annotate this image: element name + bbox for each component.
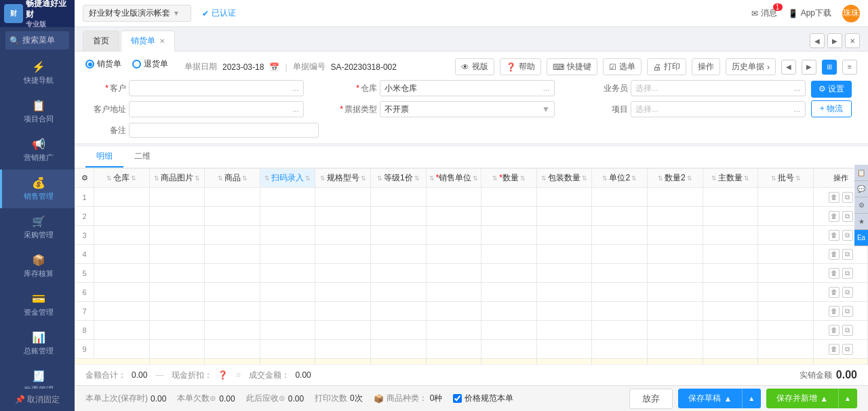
row-delete-button[interactable]: 🗑: [829, 325, 840, 336]
save-new-button[interactable]: 保存并新增 ▲: [766, 389, 838, 408]
table-cell[interactable]: [94, 226, 150, 245]
table-cell[interactable]: [703, 264, 758, 283]
table-cell[interactable]: [371, 302, 427, 321]
customer-input[interactable]: ...: [129, 80, 304, 96]
float-btn-4[interactable]: ★: [854, 214, 868, 230]
table-cell[interactable]: [592, 264, 648, 283]
tab-mingxi[interactable]: 明细: [85, 146, 123, 168]
table-cell[interactable]: [481, 245, 537, 264]
table-cell[interactable]: [536, 302, 592, 321]
view-button[interactable]: 👁视版: [455, 58, 494, 75]
table-cell[interactable]: [592, 207, 648, 226]
table-cell[interactable]: [648, 340, 703, 359]
row-copy-button[interactable]: ⧉: [842, 230, 853, 241]
th-setting[interactable]: ⚙: [75, 169, 94, 188]
salesman-input[interactable]: 选择... ...: [631, 80, 806, 96]
select-button[interactable]: ☑选单: [603, 58, 642, 75]
table-cell[interactable]: [260, 245, 315, 264]
sidebar-unpin-button[interactable]: 📌 取消固定: [0, 389, 75, 411]
sidebar-item-caigou[interactable]: 🛒 采购管理: [0, 208, 75, 247]
table-cell[interactable]: [758, 264, 814, 283]
table-cell[interactable]: [149, 340, 205, 359]
table-cell[interactable]: [371, 226, 427, 245]
row-delete-button[interactable]: 🗑: [829, 211, 840, 222]
table-cell[interactable]: [315, 283, 371, 302]
table-cell[interactable]: [149, 226, 205, 245]
table-cell[interactable]: [94, 321, 150, 340]
tab-close-all-button[interactable]: ✕: [845, 33, 860, 48]
float-btn-1[interactable]: 📋: [854, 165, 868, 181]
table-cell[interactable]: [205, 207, 260, 226]
sort-img-icon[interactable]: ⇅: [154, 175, 159, 182]
table-cell[interactable]: [426, 302, 481, 321]
search-button[interactable]: 🔍 搜索菜单: [5, 31, 69, 50]
tab-close-icon[interactable]: ✕: [159, 37, 165, 45]
note-input[interactable]: [129, 123, 319, 138]
table-cell[interactable]: [260, 226, 315, 245]
tab-sales-order[interactable]: 销货单 ✕: [121, 31, 175, 52]
table-cell[interactable]: [536, 283, 592, 302]
row-delete-button[interactable]: 🗑: [829, 287, 840, 298]
print-button[interactable]: 🖨打印: [647, 58, 686, 75]
table-cell[interactable]: [315, 245, 371, 264]
table-cell[interactable]: [94, 302, 150, 321]
table-cell[interactable]: [758, 321, 814, 340]
ops-button[interactable]: 操作: [692, 58, 720, 75]
sidebar-item-xiaoshou[interactable]: 💰 销售管理: [0, 170, 75, 208]
row-delete-button[interactable]: 🗑: [829, 192, 840, 203]
table-cell[interactable]: [536, 226, 592, 245]
tab-prev-button[interactable]: ◀: [810, 33, 825, 48]
row-copy-button[interactable]: ⧉: [842, 268, 853, 279]
table-cell[interactable]: [94, 340, 150, 359]
table-cell[interactable]: [648, 264, 703, 283]
row-delete-button[interactable]: 🗑: [829, 344, 840, 355]
radio-return[interactable]: 退货单: [132, 58, 168, 70]
tab-home[interactable]: 首页: [83, 31, 119, 51]
row-delete-button[interactable]: 🗑: [829, 306, 840, 317]
row-copy-button[interactable]: ⧉: [842, 211, 853, 222]
table-cell[interactable]: [315, 264, 371, 283]
sidebar-item-kucun[interactable]: 📦 库存核算: [0, 247, 75, 286]
table-cell[interactable]: [149, 283, 205, 302]
table-cell[interactable]: [648, 283, 703, 302]
form-list-button[interactable]: ≡: [842, 60, 857, 75]
table-cell[interactable]: [260, 283, 315, 302]
table-cell[interactable]: [426, 264, 481, 283]
table-cell[interactable]: [592, 283, 648, 302]
price-norm-check-input[interactable]: [453, 394, 462, 403]
table-cell[interactable]: [592, 245, 648, 264]
table-cell[interactable]: [648, 207, 703, 226]
table-cell[interactable]: [426, 340, 481, 359]
table-cell[interactable]: [426, 188, 481, 207]
form-next-button[interactable]: ▶: [802, 60, 816, 75]
table-cell[interactable]: [260, 340, 315, 359]
table-cell[interactable]: [149, 188, 205, 207]
float-btn-5[interactable]: Ea: [854, 230, 868, 246]
table-cell[interactable]: [758, 207, 814, 226]
table-cell[interactable]: [592, 340, 648, 359]
table-cell[interactable]: [703, 283, 758, 302]
table-cell[interactable]: [94, 283, 150, 302]
table-cell[interactable]: [536, 207, 592, 226]
table-cell[interactable]: [371, 245, 427, 264]
table-cell[interactable]: [371, 207, 427, 226]
table-cell[interactable]: [426, 226, 481, 245]
table-cell[interactable]: [758, 302, 814, 321]
calendar-icon[interactable]: 📅: [269, 62, 279, 72]
address-ellipsis-icon[interactable]: ...: [292, 104, 299, 114]
address-input[interactable]: ...: [129, 101, 304, 117]
table-cell[interactable]: [315, 188, 371, 207]
row-delete-button[interactable]: 🗑: [829, 230, 840, 241]
tab-next-button[interactable]: ▶: [827, 33, 842, 48]
warehouse-ellipsis-icon[interactable]: ...: [543, 83, 550, 93]
table-cell[interactable]: [648, 226, 703, 245]
sidebar-item-zijin[interactable]: 💳 资金管理: [0, 286, 75, 324]
table-cell[interactable]: [315, 207, 371, 226]
table-cell[interactable]: [260, 321, 315, 340]
sidebar-item-fapiao[interactable]: 🧾 发票管理: [0, 363, 75, 389]
save-new-arrow-button[interactable]: ▲: [838, 389, 857, 408]
sidebar-item-yingxiao[interactable]: 📢 营销推广: [0, 131, 75, 170]
table-cell[interactable]: [94, 245, 150, 264]
table-cell[interactable]: [94, 207, 150, 226]
table-cell[interactable]: [205, 283, 260, 302]
